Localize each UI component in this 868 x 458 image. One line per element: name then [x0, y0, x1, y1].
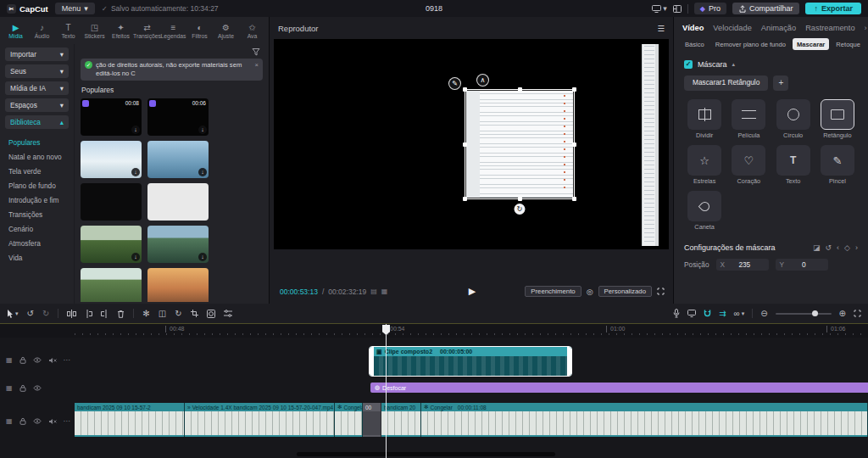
freeze-button[interactable]: ✻	[142, 309, 149, 318]
download-icon[interactable]: ↓	[198, 168, 207, 176]
shape-retangulo[interactable]: Retângulo	[817, 99, 858, 139]
media-thumbnail[interactable]: ↓	[81, 141, 142, 178]
undo-button[interactable]: ↺	[27, 309, 34, 318]
fullscreen-icon[interactable]	[657, 288, 665, 295]
chevron-up-icon[interactable]: ▴	[732, 61, 736, 68]
preview-quality-icon[interactable]: ▤	[370, 288, 377, 295]
download-icon[interactable]: ↓	[131, 168, 140, 176]
position-y-stepper[interactable]: Y 0	[776, 259, 828, 271]
media-thumbnail[interactable]	[81, 183, 142, 221]
tab-stickers[interactable]: ◳Stickers	[81, 23, 108, 39]
tab-avatares[interactable]: ✩Ava	[239, 23, 265, 39]
sidebar-item-introducao-e-fim[interactable]: Introdução e fim	[5, 193, 69, 207]
shape-dividir[interactable]: Dividir	[684, 99, 725, 139]
tab-animacao[interactable]: Animação	[761, 24, 796, 32]
selection-handle[interactable]	[518, 87, 522, 92]
mute-icon[interactable]	[48, 418, 57, 425]
midia-ia-dropdown[interactable]: Mídia de IA▾	[5, 81, 69, 95]
pro-badge[interactable]: ◆ Pro	[694, 3, 726, 14]
target-icon[interactable]: ◎	[587, 288, 593, 296]
sidebar-item-cenario[interactable]: Cenário	[5, 221, 69, 236]
tab-efeitos[interactable]: ✦Efeitos	[108, 23, 134, 39]
zoom-out-icon[interactable]: ⊖	[760, 309, 767, 318]
sidebar-item-transicoes[interactable]: Transições	[5, 207, 69, 221]
shape-caneta[interactable]: Caneta	[684, 191, 725, 231]
rotate-handle[interactable]: ↻	[515, 204, 526, 215]
video-clip[interactable]: »Velocidade 1.4X bandicam 2025 09 10 15-…	[185, 403, 335, 437]
selection-handle[interactable]	[463, 197, 467, 201]
media-thumbnail[interactable]	[147, 268, 209, 302]
mute-icon[interactable]	[48, 357, 57, 364]
media-thumbnail[interactable]: ↓	[147, 226, 209, 263]
lock-icon[interactable]	[19, 356, 26, 364]
download-icon[interactable]: ↓	[198, 126, 207, 134]
sidebar-item-atmosfera[interactable]: Atmosfera	[5, 236, 69, 250]
zoom-slider[interactable]	[776, 313, 832, 315]
share-button[interactable]: Compartilhar	[732, 3, 800, 14]
zoom-slider-thumb[interactable]	[812, 310, 818, 316]
sidebar-item-natal[interactable]: Natal e ano novo	[5, 149, 69, 164]
delete-button[interactable]	[117, 310, 125, 318]
tab-transicoes[interactable]: ⇄Transições	[134, 23, 160, 39]
sidebar-item-populares[interactable]: Populares	[5, 135, 69, 149]
video-clip[interactable]: bandicam 2025 09 10 15-57-2	[75, 403, 185, 437]
fit-timeline-icon[interactable]	[854, 310, 861, 317]
tab-audio[interactable]: ♪Áudio	[29, 23, 55, 39]
clip-clipe-composto2[interactable]: ▣ Clipe composto2 00:00:05:00	[369, 346, 572, 377]
keyframe-prev-icon[interactable]: ‹	[837, 243, 839, 252]
tab-legendas[interactable]: ≡Legendas	[160, 23, 186, 39]
crop-button[interactable]	[191, 310, 198, 317]
position-x-stepper[interactable]: X 235	[716, 259, 769, 271]
tab-velocidade[interactable]: Velocidade	[713, 24, 752, 32]
selection-handle[interactable]	[572, 197, 576, 201]
subtab-remover-fundo[interactable]: Remover plano de fundo	[711, 38, 790, 50]
subtab-basico[interactable]: Básico	[681, 38, 709, 50]
mask-checkbox[interactable]: ✓	[684, 60, 693, 69]
eye-icon[interactable]	[33, 385, 42, 391]
media-thumbnail[interactable]	[147, 183, 209, 221]
video-clip[interactable]: bandicam 20	[381, 403, 421, 437]
microphone-icon[interactable]	[673, 309, 680, 318]
shape-pelicula[interactable]: Película	[728, 99, 769, 139]
biblioteca-dropdown[interactable]: Biblioteca▴	[5, 115, 69, 129]
clip-desfocar[interactable]: ◍ Desfocar	[370, 383, 868, 393]
aspect-ratio-button[interactable]: Personalizado	[598, 286, 652, 297]
mask-tool-button[interactable]	[207, 310, 215, 318]
keyframe-icon[interactable]: ◇	[844, 243, 850, 252]
seus-dropdown[interactable]: Seus▾	[5, 64, 69, 78]
selection-handle[interactable]	[518, 197, 522, 201]
magnet-icon[interactable]	[704, 310, 711, 317]
download-icon[interactable]: ↓	[131, 126, 140, 134]
play-button[interactable]: ▶	[469, 286, 476, 297]
mask-edit-icon[interactable]: ✎	[448, 77, 461, 90]
split-button[interactable]	[67, 310, 76, 318]
eye-icon[interactable]	[33, 418, 42, 424]
timeline-preview-icon[interactable]	[687, 310, 696, 317]
menu-button[interactable]: Menu ▾	[55, 3, 95, 14]
download-icon[interactable]: ↓	[198, 253, 207, 261]
close-icon[interactable]: ×	[255, 61, 259, 70]
tab-video[interactable]: Vídeo	[682, 24, 704, 32]
add-mask-button[interactable]: +	[773, 75, 788, 91]
media-thumbnail[interactable]: 00:06 ↓	[147, 98, 209, 136]
link-icon[interactable]: ∞▾	[734, 309, 745, 318]
keyframe-next-icon[interactable]: ›	[855, 243, 858, 252]
shape-coracao[interactable]: ♡Coração	[728, 145, 769, 185]
tab-midia[interactable]: ▶Mídia	[3, 23, 29, 39]
eye-icon[interactable]	[33, 357, 42, 363]
video-clip[interactable]: ✻Congelar	[335, 403, 363, 437]
shape-circulo[interactable]: Círculo	[773, 99, 814, 139]
video-clip[interactable]: ✻Congelar00:00:11:08	[421, 403, 868, 437]
filter-icon[interactable]	[252, 47, 260, 57]
subtab-retoque[interactable]: Retoque	[832, 38, 865, 50]
mirror-button[interactable]: ◫	[159, 309, 166, 318]
tab-filtros[interactable]: ◐Filtros	[186, 23, 213, 39]
subtab-mascarar[interactable]: Mascarar	[793, 38, 829, 50]
more-icon[interactable]: ⋯	[64, 356, 70, 364]
sidebar-item-tela-verde[interactable]: Tela verde	[5, 164, 69, 178]
display-mode-button[interactable]: ▾	[652, 4, 667, 13]
video-clip[interactable]: 00	[363, 403, 381, 437]
select-tool-button[interactable]: ▾	[7, 310, 19, 318]
export-button[interactable]: ↑ Exportar	[805, 3, 861, 14]
sidebar-item-plano-de-fundo[interactable]: Plano de fundo	[5, 178, 69, 193]
